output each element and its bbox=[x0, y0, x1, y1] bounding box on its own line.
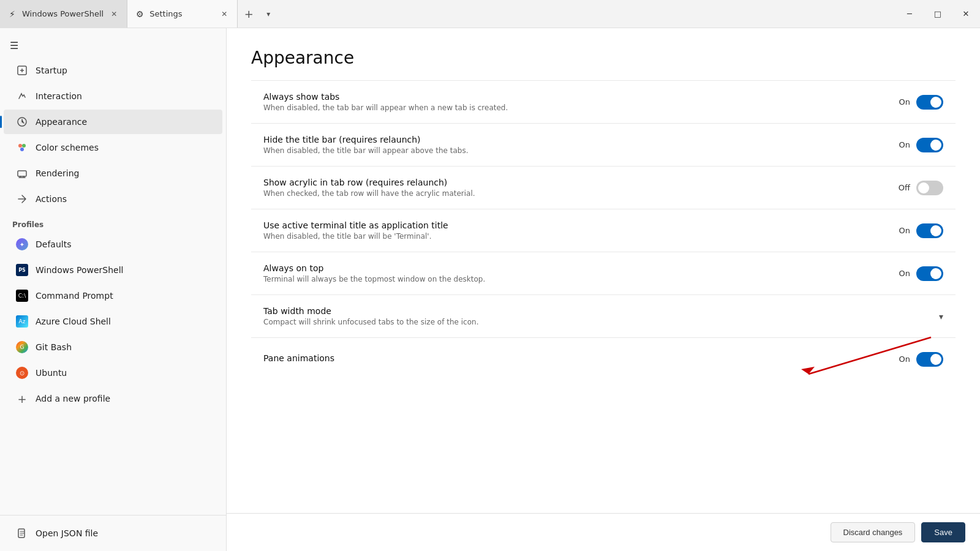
hamburger-icon: ☰ bbox=[10, 40, 18, 51]
sidebar-bottom: Open JSON file bbox=[0, 515, 226, 546]
appearance-label: Appearance bbox=[36, 117, 87, 127]
powershell-tab-icon: ⚡ bbox=[7, 9, 17, 19]
setting-always-on-top-desc: Terminal will always be the topmost wind… bbox=[263, 275, 899, 283]
open-json-label: Open JSON file bbox=[36, 528, 98, 538]
discard-changes-button[interactable]: Discard changes bbox=[831, 522, 916, 542]
pane-animations-toggle[interactable] bbox=[916, 352, 943, 367]
sidebar-item-defaults[interactable]: ✦ Defaults bbox=[4, 232, 222, 257]
hamburger-button[interactable]: ☰ bbox=[0, 33, 226, 58]
setting-use-terminal-title-desc: When disabled, the title bar will be 'Te… bbox=[263, 232, 899, 241]
maximize-button[interactable]: □ bbox=[924, 0, 952, 28]
startup-label: Startup bbox=[36, 66, 67, 75]
titlebar: ⚡ Windows PowerShell ✕ ⚙ Settings ✕ + ▾ … bbox=[0, 0, 980, 28]
sidebar-item-add-profile[interactable]: + Add a new profile bbox=[4, 386, 222, 411]
setting-tab-width-mode-title: Tab width mode bbox=[263, 306, 939, 316]
show-acrylic-toggle[interactable] bbox=[916, 181, 943, 195]
content-inner: Appearance Always show tabs When disable… bbox=[227, 28, 980, 513]
ubuntu-icon: ⊙ bbox=[16, 367, 28, 379]
tab-settings[interactable]: ⚙ Settings ✕ bbox=[127, 0, 238, 28]
setting-use-terminal-title: Use active terminal title as application… bbox=[251, 209, 956, 252]
tabs-area: ⚡ Windows PowerShell ✕ ⚙ Settings ✕ + ▾ bbox=[0, 0, 895, 28]
setting-hide-title-bar-control: On bbox=[899, 138, 943, 152]
setting-always-on-top-info: Always on top Terminal will always be th… bbox=[263, 263, 899, 283]
save-button[interactable]: Save bbox=[921, 522, 965, 542]
defaults-label: Defaults bbox=[36, 239, 71, 249]
powershell-tab-close[interactable]: ✕ bbox=[108, 9, 119, 20]
setting-use-terminal-title-control: On bbox=[899, 223, 943, 238]
setting-hide-title-bar: Hide the title bar (requires relaunch) W… bbox=[251, 123, 956, 166]
setting-show-acrylic-info: Show acrylic in tab row (requires relaun… bbox=[263, 178, 899, 198]
sidebar-item-interaction[interactable]: Interaction bbox=[4, 84, 222, 108]
command-prompt-label: Command Prompt bbox=[36, 291, 113, 301]
actions-icon bbox=[16, 193, 28, 205]
settings-tab-close[interactable]: ✕ bbox=[219, 9, 230, 20]
setting-pane-animations-control: On bbox=[899, 352, 943, 367]
setting-hide-title-bar-state: On bbox=[899, 140, 910, 149]
setting-pane-animations-title: Pane animations bbox=[263, 353, 899, 363]
svg-rect-4 bbox=[18, 171, 26, 176]
hide-title-bar-toggle[interactable] bbox=[916, 138, 943, 152]
startup-icon bbox=[16, 64, 28, 77]
setting-show-acrylic-control: Off bbox=[899, 181, 943, 195]
content-wrapper: Appearance Always show tabs When disable… bbox=[227, 28, 980, 551]
rendering-label: Rendering bbox=[36, 168, 80, 178]
close-button[interactable]: ✕ bbox=[952, 0, 980, 28]
add-profile-icon: + bbox=[16, 392, 28, 405]
setting-pane-animations: Pane animations On bbox=[251, 337, 956, 380]
sidebar-item-ubuntu[interactable]: ⊙ Ubuntu bbox=[4, 361, 222, 385]
page-title: Appearance bbox=[251, 48, 956, 68]
settings-tab-icon: ⚙ bbox=[135, 9, 145, 19]
setting-always-on-top: Always on top Terminal will always be th… bbox=[251, 252, 956, 294]
powershell-tab-label: Windows PowerShell bbox=[22, 9, 104, 18]
setting-pane-animations-state: On bbox=[899, 354, 910, 364]
use-terminal-title-toggle[interactable] bbox=[916, 223, 943, 238]
rendering-icon bbox=[16, 167, 28, 179]
sidebar-item-open-json[interactable]: Open JSON file bbox=[4, 521, 222, 545]
sidebar-item-git-bash[interactable]: G Git Bash bbox=[4, 335, 222, 359]
add-profile-label: Add a new profile bbox=[36, 394, 110, 403]
always-on-top-toggle[interactable] bbox=[916, 266, 943, 281]
setting-pane-animations-info: Pane animations bbox=[263, 353, 899, 365]
content-area: Appearance Always show tabs When disable… bbox=[227, 28, 980, 513]
setting-show-acrylic-state: Off bbox=[899, 183, 910, 192]
sidebar-item-color-schemes[interactable]: Color schemes bbox=[4, 135, 222, 160]
actions-label: Actions bbox=[36, 194, 67, 204]
interaction-icon bbox=[16, 90, 28, 102]
setting-tab-width-mode[interactable]: Tab width mode Compact will shrink unfoc… bbox=[251, 294, 956, 337]
sidebar-item-appearance[interactable]: Appearance bbox=[4, 110, 222, 134]
sidebar-item-rendering[interactable]: Rendering bbox=[4, 161, 222, 186]
sidebar-item-command-prompt[interactable]: C:\ Command Prompt bbox=[4, 283, 222, 308]
setting-always-show-tabs-desc: When disabled, the tab bar will appear w… bbox=[263, 103, 899, 112]
setting-hide-title-bar-title: Hide the title bar (requires relaunch) bbox=[263, 135, 899, 144]
git-bash-icon: G bbox=[16, 341, 28, 353]
setting-show-acrylic: Show acrylic in tab row (requires relaun… bbox=[251, 166, 956, 209]
azure-cloud-shell-label: Azure Cloud Shell bbox=[36, 317, 111, 326]
setting-always-on-top-title: Always on top bbox=[263, 263, 899, 273]
tab-width-mode-chevron: ▾ bbox=[939, 312, 943, 321]
defaults-icon: ✦ bbox=[16, 238, 28, 250]
color-schemes-label: Color schemes bbox=[36, 143, 99, 152]
bottom-bar: Discard changes Save bbox=[227, 513, 980, 551]
appearance-icon bbox=[16, 116, 28, 128]
color-schemes-icon bbox=[16, 141, 28, 154]
sidebar-item-windows-powershell[interactable]: PS Windows PowerShell bbox=[4, 258, 222, 282]
svg-point-3 bbox=[20, 148, 24, 151]
sidebar: ☰ Startup Interaction Appearance Color bbox=[0, 28, 227, 551]
open-json-icon bbox=[16, 527, 28, 539]
sidebar-item-actions[interactable]: Actions bbox=[4, 187, 222, 211]
new-tab-button[interactable]: + bbox=[238, 0, 260, 28]
setting-tab-width-mode-desc: Compact will shrink unfocused tabs to th… bbox=[263, 318, 939, 326]
always-show-tabs-toggle[interactable] bbox=[916, 95, 943, 110]
interaction-label: Interaction bbox=[36, 91, 82, 101]
profiles-section-label: Profiles bbox=[0, 212, 226, 231]
setting-hide-title-bar-info: Hide the title bar (requires relaunch) W… bbox=[263, 135, 899, 155]
tab-dropdown-button[interactable]: ▾ bbox=[260, 0, 277, 28]
sidebar-item-azure-cloud-shell[interactable]: Az Azure Cloud Shell bbox=[4, 309, 222, 334]
command-prompt-icon: C:\ bbox=[16, 290, 28, 302]
sidebar-item-startup[interactable]: Startup bbox=[4, 58, 222, 83]
setting-always-show-tabs-info: Always show tabs When disabled, the tab … bbox=[263, 92, 899, 112]
minimize-button[interactable]: ─ bbox=[895, 0, 924, 28]
svg-marker-7 bbox=[801, 367, 815, 374]
tab-powershell[interactable]: ⚡ Windows PowerShell ✕ bbox=[0, 0, 127, 28]
git-bash-label: Git Bash bbox=[36, 342, 72, 352]
